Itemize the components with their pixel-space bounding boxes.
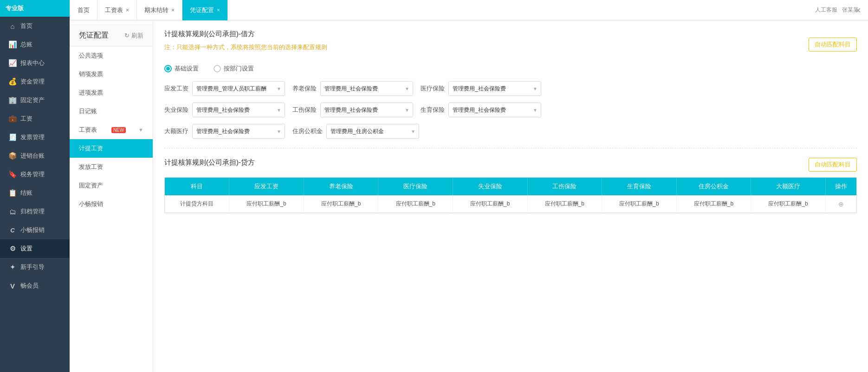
select-injury[interactable]: 管理费用_社会保险费	[320, 103, 413, 117]
left-nav-label-payroll-table: 工资表	[79, 126, 97, 134]
sidebar-item-xiaochang-report[interactable]: C 小畅报销	[0, 221, 70, 239]
sidebar-item-reports[interactable]: 📈 报表中心	[0, 54, 70, 72]
sidebar-item-home[interactable]: ⌂ 首页	[0, 17, 70, 35]
expand-icon: ▼	[138, 127, 143, 133]
xiaochang-report-icon: C	[8, 227, 17, 234]
table-wrapper: 科目 应发工资 养老保险 医疗保险 失业保险 工伤保险 生育保险 住房公积金 大…	[164, 177, 857, 213]
sidebar-label-ledger: 总账	[20, 40, 32, 49]
sidebar-item-tax[interactable]: 🔖 税务管理	[0, 165, 70, 184]
td-payroll: 应付职工薪酬_b	[229, 195, 304, 213]
left-nav-item-public[interactable]: 公共选项	[70, 46, 153, 65]
left-nav-item-xiaochang-expense[interactable]: 小畅报销	[70, 195, 153, 213]
tab-period-end[interactable]: 期末结转 ×	[137, 0, 182, 20]
ledger-icon: 📊	[8, 40, 17, 49]
select-maternity[interactable]: 管理费用_社会保险费	[448, 103, 541, 117]
section1-header: 计提核算规则(公司承担)-借方 注：只能选择一种方式，系统将按照您当前的选择来配…	[164, 30, 857, 59]
td-action[interactable]: ⊕	[825, 195, 856, 213]
section2-title: 计提核算规则(公司承担)-贷方	[164, 158, 255, 167]
guide-icon: ✦	[8, 263, 17, 271]
section2: 计提核算规则(公司承担)-贷方 自动匹配科目 科目 应发工资 养老保险 医疗保险…	[164, 158, 857, 213]
sidebar-item-ledger[interactable]: 📊 总账	[0, 35, 70, 54]
radio-basic-label: 基础设置	[175, 64, 199, 73]
sidebar-item-guide[interactable]: ✦ 新手引导	[0, 258, 70, 276]
tab-home-label: 首页	[78, 6, 90, 14]
left-nav-label-fixed-assets: 固定资产	[79, 181, 103, 190]
main-form-content: 计提核算规则(公司承担)-借方 注：只能选择一种方式，系统将按照您当前的选择来配…	[153, 20, 868, 372]
left-nav-item-payroll-table[interactable]: 工资表 NEW ▼	[70, 121, 153, 139]
fixed-assets-icon: 🏢	[8, 96, 17, 104]
tab-period-end-label: 期末结转	[144, 6, 168, 14]
refresh-button[interactable]: ↻ 刷新	[124, 32, 143, 40]
reports-icon: 📈	[8, 59, 17, 67]
field-housing: 住房公积金 管理费用_住房公积金 ▼	[292, 124, 419, 139]
sidebar: 专业版 ⌂ 首页 📊 总账 📈 报表中心 💰 资金管理 🏢 固定资产 💼 工资 …	[0, 0, 70, 372]
sidebar-label-purchase-sales: 进销台账	[20, 152, 45, 160]
close-panel-button[interactable]: ✕	[848, 0, 868, 20]
field-pension: 养老保险 管理费用_社会保险费 ▼	[292, 81, 413, 96]
select-wrapper-maternity: 管理费用_社会保险费 ▼	[448, 103, 541, 117]
funds-icon: 💰	[8, 77, 17, 86]
refresh-label: 刷新	[131, 32, 143, 40]
td-medical: 应付职工薪酬_b	[378, 195, 453, 213]
left-nav-item-journal[interactable]: 日记账	[70, 102, 153, 121]
select-medical[interactable]: 管理费用_社会保险费	[448, 81, 541, 96]
tab-voucher-config-close[interactable]: ×	[217, 7, 220, 13]
home-icon: ⌂	[8, 22, 17, 30]
td-major-medical: 应付职工薪酬_b	[751, 195, 826, 213]
left-nav-item-sales-invoice[interactable]: 销项发票	[70, 65, 153, 83]
sidebar-item-close[interactable]: 📋 结账	[0, 184, 70, 202]
radio-department[interactable]: 按部门设置	[214, 64, 254, 73]
tab-period-end-close[interactable]: ×	[171, 7, 175, 13]
sidebar-item-archive[interactable]: 🗂 归档管理	[0, 202, 70, 221]
select-wrapper-major-medical: 管理费用_社会保险费 ▼	[192, 124, 285, 139]
select-pension[interactable]: 管理费用_社会保险费	[320, 81, 413, 96]
refresh-icon: ↻	[124, 32, 130, 39]
sidebar-label-tax: 税务管理	[20, 170, 45, 179]
sidebar-item-funds[interactable]: 💰 资金管理	[0, 72, 70, 91]
radio-department-label: 按部门设置	[224, 64, 254, 73]
left-nav-item-purchase-invoice[interactable]: 进项发票	[70, 83, 153, 102]
label-housing: 住房公积金	[292, 127, 323, 135]
sidebar-item-purchase-sales[interactable]: 📦 进销台账	[0, 147, 70, 165]
section1: 计提核算规则(公司承担)-借方 注：只能选择一种方式，系统将按照您当前的选择来配…	[164, 30, 857, 139]
select-housing[interactable]: 管理费用_住房公积金	[326, 124, 419, 139]
sidebar-label-funds: 资金管理	[20, 77, 45, 86]
main-area: 首页 工资表 × 期末结转 × 凭证配置 × 人工客服 张某某 ✕ 凭证配置 ↻	[70, 0, 868, 372]
left-nav-item-fixed-assets[interactable]: 固定资产	[70, 176, 153, 195]
invoice-icon: 🧾	[8, 133, 17, 141]
radio-basic[interactable]: 基础设置	[164, 64, 199, 73]
tab-payroll[interactable]: 工资表 ×	[97, 0, 137, 20]
select-unemployment[interactable]: 管理费用_社会保险费	[192, 103, 285, 117]
tab-payroll-close[interactable]: ×	[126, 7, 129, 13]
tab-home[interactable]: 首页	[70, 0, 97, 20]
sidebar-item-salary[interactable]: 💼 工资	[0, 109, 70, 128]
section1-title: 计提核算规则(公司承担)-借方	[164, 30, 327, 38]
radio-group: 基础设置 按部门设置	[164, 64, 857, 73]
sidebar-item-vip[interactable]: V 畅会员	[0, 276, 70, 295]
left-nav: 凭证配置 ↻ 刷新 公共选项 销项发票 进项发票 日记账 工资表 NEW	[70, 20, 153, 372]
tab-voucher-config[interactable]: 凭证配置 ×	[182, 0, 228, 20]
sidebar-item-invoice[interactable]: 🧾 发票管理	[0, 128, 70, 147]
field-medical: 医疗保险 管理费用_社会保险费 ▼	[421, 81, 541, 96]
select-payroll[interactable]: 管理费用_管理人员职工薪酬	[192, 81, 285, 96]
sidebar-item-fixed-assets[interactable]: 🏢 固定资产	[0, 91, 70, 109]
auto-match-button-2[interactable]: 自动匹配科目	[809, 158, 857, 172]
field-injury: 工伤保险 管理费用_社会保险费 ▼	[292, 103, 413, 117]
left-nav-label-public: 公共选项	[79, 51, 103, 60]
field-unemployment: 失业保险 管理费用_社会保险费 ▼	[164, 103, 285, 117]
radio-department-circle	[214, 65, 221, 72]
left-nav-item-accrued-payroll[interactable]: 计提工资	[70, 139, 153, 158]
td-unemployment: 应付职工薪酬_b	[453, 195, 528, 213]
customer-service-label: 人工客服	[815, 6, 837, 14]
sidebar-item-settings[interactable]: ⚙ 设置	[0, 239, 70, 258]
select-wrapper-pension: 管理费用_社会保险费 ▼	[320, 81, 413, 96]
left-nav-item-distribute-payroll[interactable]: 发放工资	[70, 158, 153, 176]
th-maternity: 生育保险	[602, 178, 677, 195]
field-payroll: 应发工资 管理费用_管理人员职工薪酬 ▼	[164, 81, 285, 96]
row-action-icon[interactable]: ⊕	[838, 200, 844, 208]
table-row: 计提贷方科目 应付职工薪酬_b 应付职工薪酬_b 应付职工薪酬_b 应付职工薪酬…	[165, 195, 856, 213]
td-maternity: 应付职工薪酬_b	[602, 195, 677, 213]
auto-match-button-1[interactable]: 自动匹配科目	[809, 38, 857, 51]
settings-icon: ⚙	[8, 244, 17, 253]
select-major-medical[interactable]: 管理费用_社会保险费	[192, 124, 285, 139]
